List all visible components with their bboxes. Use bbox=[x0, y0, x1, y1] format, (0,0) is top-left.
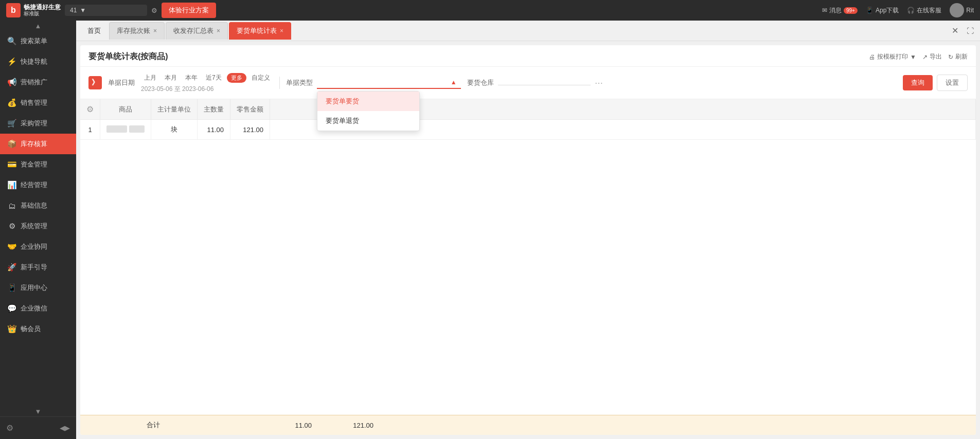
tab-label-receive-summary: 收发存汇总表 bbox=[173, 26, 213, 35]
sidebar-item-purchase[interactable]: 🛒 采购管理 bbox=[0, 113, 76, 134]
export-btn[interactable]: ↗ 导出 bbox=[922, 52, 942, 61]
sidebar-collapse-icon[interactable]: ◀▶ bbox=[58, 422, 72, 434]
warehouse-input[interactable] bbox=[498, 81, 591, 85]
footer-qty: 11.00 bbox=[256, 422, 318, 429]
app-download-label: App下载 bbox=[876, 6, 899, 15]
content-area: 首页 库存批次账 × 收发存汇总表 × 要货单统计表 × ✕ ⛶ 要货单统计表(… bbox=[76, 21, 980, 439]
filter-bar: 》 单据日期 上月 本月 本年 近7天 更多 自定义 2023-05-06 至 … bbox=[80, 67, 976, 99]
main-layout: ▲ 🔍 搜索菜单 ⚡ 快捷导航 📢 营销推广 💰 销售管理 🛒 采购管理 bbox=[0, 21, 980, 439]
sidebar-scroll: 🔍 搜索菜单 ⚡ 快捷导航 📢 营销推广 💰 销售管理 🛒 采购管理 📦 bbox=[0, 31, 76, 406]
type-arrow-icon[interactable]: ▲ bbox=[451, 79, 457, 86]
tab-label-order-summary: 要货单统计表 bbox=[237, 26, 277, 35]
company-selector[interactable]: 41 ▼ bbox=[65, 5, 147, 16]
sidebar-item-basic[interactable]: 🗂 基础信息 bbox=[0, 195, 76, 216]
print-template-btn[interactable]: 🖨 按模板打印 ▼ bbox=[869, 52, 916, 61]
sidebar-label-system: 系统管理 bbox=[21, 222, 47, 231]
tab-inventory-batch[interactable]: 库存批次账 × bbox=[109, 22, 165, 40]
sidebar-item-sales[interactable]: 💰 销售管理 bbox=[0, 93, 76, 113]
sidebar-label-sales: 销售管理 bbox=[21, 98, 47, 107]
bell-icon: ✉ bbox=[822, 7, 827, 14]
logo-icon: b bbox=[6, 3, 21, 17]
date-opt-more[interactable]: 更多 bbox=[227, 73, 246, 83]
operations-icon: 📊 bbox=[7, 180, 16, 190]
tab-close-inventory-batch[interactable]: × bbox=[153, 27, 157, 34]
col-settings: ⚙ bbox=[80, 99, 100, 120]
date-range-text: 2023-05-06 至 2023-06-06 bbox=[141, 85, 273, 94]
product-placeholder bbox=[106, 125, 145, 133]
sidebar-item-wechat[interactable]: 💬 企业微信 bbox=[0, 298, 76, 319]
tab-bar-right: ✕ ⛶ bbox=[950, 24, 976, 38]
cell-unit: 块 bbox=[151, 120, 198, 140]
avatar-label: Rit bbox=[966, 7, 974, 14]
col-unit: 主计量单位 bbox=[151, 99, 198, 120]
finance-icon: 💳 bbox=[7, 160, 16, 169]
cell-amount: 121.00 bbox=[230, 120, 270, 140]
sidebar-label-basic: 基础信息 bbox=[21, 201, 47, 210]
sidebar-item-marketing[interactable]: 📢 营销推广 bbox=[0, 72, 76, 93]
date-opt-last-month[interactable]: 上月 bbox=[141, 72, 159, 84]
date-opt-this-month[interactable]: 本月 bbox=[162, 72, 180, 84]
sidebar-label-search: 搜索菜单 bbox=[21, 36, 47, 46]
tab-close-receive-summary[interactable]: × bbox=[217, 27, 220, 34]
date-opt-last-7[interactable]: 近7天 bbox=[203, 72, 225, 84]
app-download-action[interactable]: 📱 App下载 bbox=[866, 6, 899, 15]
sidebar-item-guide[interactable]: 🚀 新手引导 bbox=[0, 257, 76, 278]
inventory-icon: 📦 bbox=[7, 139, 16, 149]
sidebar-label-vip: 畅会员 bbox=[21, 324, 41, 334]
sidebar-label-finance: 资金管理 bbox=[21, 160, 47, 169]
refresh-btn[interactable]: ↻ 刷新 bbox=[948, 52, 968, 61]
gear-icon[interactable]: ⚙ bbox=[151, 7, 157, 14]
tab-home[interactable]: 首页 bbox=[80, 26, 108, 35]
edition-label: 标准版 bbox=[24, 11, 61, 17]
header-right: ✉ 消息 99+ 📱 App下载 🎧 在线客服 Rit bbox=[822, 3, 974, 17]
quick-nav-icon: ⚡ bbox=[7, 57, 16, 66]
filter-date-area: 上月 本月 本年 近7天 更多 自定义 2023-05-06 至 2023-06… bbox=[141, 72, 273, 94]
sidebar-item-apps[interactable]: 📱 应用中心 bbox=[0, 278, 76, 298]
tab-expand[interactable]: ⛶ bbox=[965, 25, 976, 37]
sidebar-item-search[interactable]: 🔍 搜索菜单 bbox=[0, 31, 76, 51]
table-settings-icon[interactable]: ⚙ bbox=[86, 104, 94, 114]
online-service-action[interactable]: 🎧 在线客服 bbox=[907, 6, 941, 15]
sidebar-item-enterprise[interactable]: 🤝 企业协同 bbox=[0, 236, 76, 257]
sidebar: ▲ 🔍 搜索菜单 ⚡ 快捷导航 📢 营销推广 💰 销售管理 🛒 采购管理 bbox=[0, 21, 76, 439]
printer-icon: 🖨 bbox=[869, 53, 875, 61]
sidebar-label-wechat: 企业微信 bbox=[21, 304, 47, 313]
dropdown-item-order-purchase[interactable]: 要货单要货 bbox=[317, 92, 419, 111]
page-header: 要货单统计表(按商品) 🖨 按模板打印 ▼ ↗ 导出 ↻ 刷新 bbox=[80, 45, 976, 67]
header-left: b 畅捷通好生意 标准版 41 ▼ ⚙ 体验行业方案 bbox=[6, 3, 216, 18]
sidebar-scroll-down[interactable]: ▼ bbox=[0, 406, 76, 416]
trial-button[interactable]: 体验行业方案 bbox=[162, 3, 216, 18]
online-service-label: 在线客服 bbox=[917, 6, 941, 15]
dropdown-item-order-return[interactable]: 要货单退货 bbox=[317, 111, 419, 131]
table-spacer bbox=[80, 257, 976, 415]
sidebar-settings-icon[interactable]: ⚙ bbox=[4, 421, 15, 435]
sidebar-item-finance[interactable]: 💳 资金管理 bbox=[0, 154, 76, 175]
filter-more-icon[interactable]: ⋯ bbox=[595, 78, 603, 88]
sidebar-item-vip[interactable]: 👑 畅会员 bbox=[0, 319, 76, 339]
date-opt-this-year[interactable]: 本年 bbox=[182, 72, 201, 84]
sidebar-item-operations[interactable]: 📊 经营管理 bbox=[0, 175, 76, 195]
marketing-icon: 📢 bbox=[7, 78, 16, 87]
notification-action[interactable]: ✉ 消息 99+ bbox=[822, 6, 858, 15]
export-icon: ↗ bbox=[922, 53, 928, 61]
sidebar-item-system[interactable]: ⚙ 系统管理 bbox=[0, 216, 76, 236]
setting-button[interactable]: 设置 bbox=[937, 75, 968, 91]
sales-icon: 💰 bbox=[7, 98, 16, 107]
sidebar-item-quick-nav[interactable]: ⚡ 快捷导航 bbox=[0, 51, 76, 72]
avatar-area[interactable]: Rit bbox=[950, 3, 974, 17]
cell-qty: 11.00 bbox=[198, 120, 230, 140]
tab-order-summary[interactable]: 要货单统计表 × bbox=[229, 22, 291, 40]
col-qty: 主数量 bbox=[198, 99, 230, 120]
type-input[interactable]: ▲ bbox=[317, 77, 461, 89]
tab-close-order-summary[interactable]: × bbox=[280, 27, 283, 34]
query-button[interactable]: 查询 bbox=[903, 75, 933, 90]
filter-type-area: 单据类型 ▲ 要货单要货 要货单退货 bbox=[286, 77, 461, 89]
sidebar-label-inventory: 库存核算 bbox=[21, 139, 47, 149]
sidebar-item-inventory[interactable]: 📦 库存核算 bbox=[0, 134, 76, 154]
tab-close-all[interactable]: ✕ bbox=[950, 24, 960, 38]
avatar bbox=[950, 3, 964, 17]
tab-receive-summary[interactable]: 收发存汇总表 × bbox=[166, 22, 228, 40]
filter-toggle-btn[interactable]: 》 bbox=[88, 76, 102, 89]
sidebar-scroll-up[interactable]: ▲ bbox=[0, 21, 76, 31]
date-opt-custom[interactable]: 自定义 bbox=[248, 72, 273, 84]
